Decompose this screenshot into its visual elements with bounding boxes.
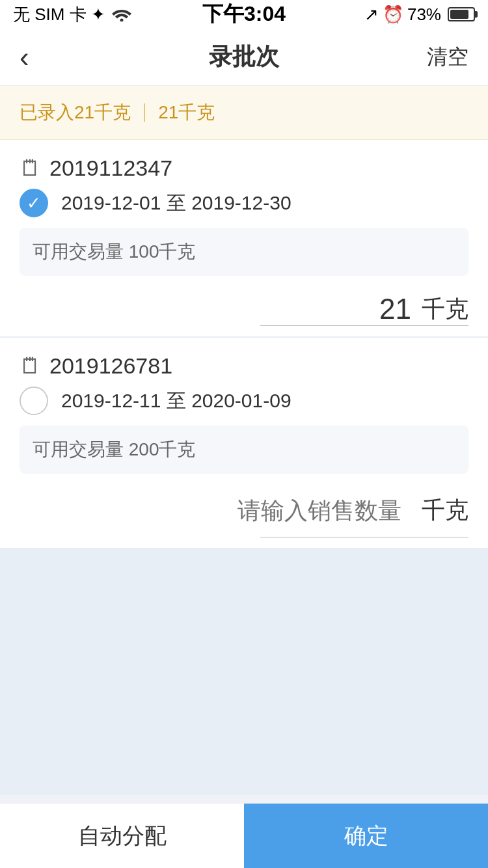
auto-distribute-button[interactable]: 自动分配 <box>0 804 244 868</box>
status-left: 无 SIM 卡 ✦ <box>13 3 133 26</box>
batch2-date-row[interactable]: 2019-12-11 至 2020-01-09 <box>0 384 488 420</box>
status-time: 下午3:04 <box>202 0 286 29</box>
location-icon: ↗ <box>364 5 379 25</box>
batch1-radio[interactable]: ✓ <box>20 189 48 217</box>
batch1-amount-value: 21 <box>379 293 411 325</box>
batch2-underline-wrap <box>0 537 488 548</box>
batch2-header: 🗒 2019126781 <box>0 338 488 384</box>
batch2-date-range: 2019-12-11 至 2020-01-09 <box>61 388 291 414</box>
batch2-input-row: 千克 <box>0 484 488 537</box>
sim-text: 无 SIM 卡 ✦ <box>13 3 105 26</box>
batch2-icon: 🗒 <box>20 353 42 379</box>
status-bar: 无 SIM 卡 ✦ 下午3:04 ↗ ⏰ 73% <box>0 0 488 29</box>
batch1-available-qty: 可用交易量 100千克 <box>20 228 468 276</box>
status-right: ↗ ⏰ 73% <box>364 5 475 25</box>
batch1-header: 🗒 2019112347 <box>0 140 488 186</box>
battery-icon <box>448 7 475 21</box>
batch1-card: 🗒 2019112347 ✓ 2019-12-01 至 2019-12-30 可… <box>0 140 488 336</box>
summary-recorded: 已录入21千克 <box>20 100 131 125</box>
alarm-icon: ⏰ <box>383 5 403 25</box>
summary-divider <box>144 103 145 122</box>
summary-banner: 已录入21千克 21千克 <box>0 86 488 140</box>
page-title: 录批次 <box>209 41 279 73</box>
batch1-amount-unit: 千克 <box>422 293 468 325</box>
batch2-card: 🗒 2019126781 2019-12-11 至 2020-01-09 可用交… <box>0 338 488 548</box>
bottom-bar: 自动分配 确定 <box>0 803 488 868</box>
batch1-date-row[interactable]: ✓ 2019-12-01 至 2019-12-30 <box>0 186 488 223</box>
empty-area <box>0 548 488 795</box>
wifi-icon <box>111 7 133 21</box>
nav-bar: ‹ 录批次 清空 <box>0 29 488 86</box>
battery-percent: 73% <box>407 5 441 25</box>
batch2-unit: 千克 <box>422 495 468 526</box>
batch1-icon: 🗒 <box>20 156 42 181</box>
confirm-button[interactable]: 确定 <box>244 804 488 868</box>
batch1-check-icon: ✓ <box>27 193 41 213</box>
clear-button[interactable]: 清空 <box>427 43 468 72</box>
summary-amount: 21千克 <box>158 100 215 125</box>
batch2-available-qty: 可用交易量 200千克 <box>20 426 468 474</box>
svg-point-0 <box>120 19 123 22</box>
batch1-id: 2019112347 <box>49 156 172 181</box>
batch1-date-range: 2019-12-01 至 2019-12-30 <box>61 190 291 217</box>
batch1-amount-wrapper: 21 千克 <box>0 286 488 325</box>
batch1-underline-wrap <box>0 325 488 336</box>
batch1-underline <box>260 325 468 326</box>
batch2-radio[interactable] <box>20 387 48 415</box>
batch2-underline <box>260 537 468 537</box>
batch2-qty-input[interactable] <box>20 497 411 524</box>
back-button[interactable]: ‹ <box>20 41 59 74</box>
batch2-id: 2019126781 <box>49 353 172 379</box>
